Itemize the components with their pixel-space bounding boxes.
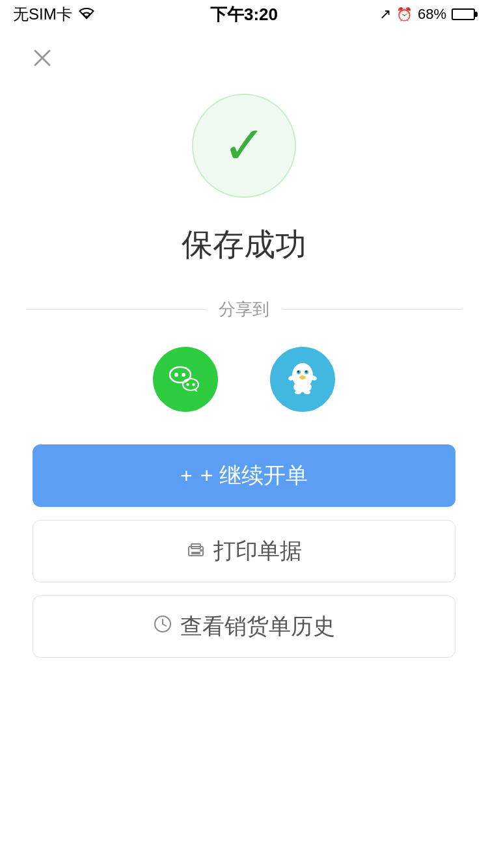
continue-order-button[interactable]: + + 继续开单	[33, 444, 455, 507]
wechat-share-button[interactable]	[153, 347, 218, 412]
qq-icon	[284, 360, 321, 399]
svg-point-6	[186, 383, 189, 386]
close-button[interactable]	[26, 42, 59, 74]
success-title: 保存成功	[182, 224, 306, 265]
status-right-icons: ↗ ⏰ 68%	[379, 6, 475, 23]
svg-point-19	[304, 390, 310, 394]
view-history-button[interactable]: 查看销货单历史	[33, 595, 455, 658]
view-history-label: 查看销货单历史	[180, 612, 335, 642]
success-icon-circle: ✓	[192, 94, 296, 198]
location-icon: ↗	[379, 6, 391, 23]
share-buttons	[26, 347, 462, 412]
status-carrier: 无SIM卡	[13, 4, 96, 25]
carrier-text: 无SIM卡	[13, 4, 72, 25]
wifi-icon	[77, 8, 96, 21]
svg-point-7	[192, 383, 195, 386]
continue-order-label: + 继续开单	[200, 461, 308, 491]
print-receipt-label: 打印单据	[213, 536, 302, 566]
checkmark-icon: ✓	[223, 120, 266, 172]
plus-icon: +	[180, 464, 193, 488]
clock-icon	[153, 614, 172, 639]
action-buttons: + + 继续开单 打印单据 查看销货单历史	[26, 444, 462, 658]
svg-point-2	[170, 367, 191, 383]
battery-percent: 68%	[418, 6, 446, 23]
qq-share-button[interactable]	[270, 347, 335, 412]
print-receipt-button[interactable]: 打印单据	[33, 520, 455, 582]
main-content: ✓ 保存成功 分享到	[0, 74, 488, 868]
svg-point-4	[182, 373, 185, 377]
svg-point-5	[183, 379, 198, 390]
svg-point-13	[305, 371, 307, 373]
battery-icon	[452, 8, 475, 20]
svg-point-14	[299, 375, 306, 379]
share-section: 分享到	[26, 298, 462, 412]
share-label: 分享到	[219, 298, 269, 321]
svg-point-9	[295, 365, 310, 383]
svg-line-26	[163, 624, 166, 626]
close-icon	[33, 48, 52, 68]
svg-point-3	[174, 373, 178, 377]
svg-point-18	[295, 390, 301, 394]
status-bar: 无SIM卡 下午3:20 ↗ ⏰ 68%	[0, 0, 488, 29]
wechat-icon	[166, 363, 205, 396]
svg-point-23	[200, 549, 202, 552]
alarm-icon: ⏰	[396, 7, 413, 22]
svg-point-12	[297, 371, 299, 373]
status-time: 下午3:20	[210, 3, 278, 26]
share-divider: 分享到	[26, 298, 462, 321]
printer-icon	[186, 539, 206, 563]
svg-rect-22	[191, 552, 200, 554]
